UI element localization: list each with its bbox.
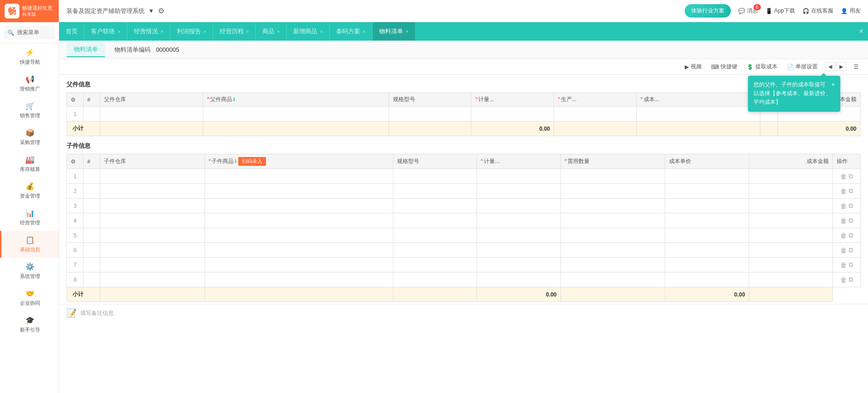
nav-tab-close-3[interactable]: × <box>204 29 206 34</box>
child-warehouse-5[interactable] <box>100 243 205 258</box>
trial-button[interactable]: 体验行业方案 <box>685 4 731 18</box>
delete-icon-5[interactable]: 🗑 <box>840 247 847 254</box>
sidebar-item-系统管理[interactable]: ⚙️ 系统管理 <box>0 258 59 284</box>
child-qty-7[interactable] <box>561 272 665 287</box>
nav-tab-8[interactable]: 物料清单× <box>373 22 416 41</box>
delete-icon-6[interactable]: 🗑 <box>840 261 847 269</box>
nav-tab-close-8[interactable]: × <box>406 29 409 34</box>
child-spec-5[interactable] <box>393 243 476 258</box>
nav-tab-1[interactable]: 客户联络× <box>84 22 127 41</box>
view-button[interactable]: ▶ 视频 <box>683 62 704 72</box>
child-spec-7[interactable] <box>393 272 476 287</box>
parent-cell-product-1[interactable] <box>203 107 389 121</box>
sidebar-item-库存核算[interactable]: 🏭 库存核算 <box>0 151 59 177</box>
child-unit-price-5[interactable] <box>665 243 749 258</box>
delete-icon-4[interactable]: 🗑 <box>840 232 847 239</box>
search-menu-button[interactable]: 🔍 搜索菜单 <box>4 26 55 39</box>
nav-tab-close-6[interactable]: × <box>320 29 323 34</box>
tab-material-list[interactable]: 物料清单 <box>66 42 105 57</box>
child-spec-2[interactable] <box>393 199 476 213</box>
dropdown-arrow[interactable]: ▼ <box>148 7 154 14</box>
child-qty-1[interactable] <box>561 184 665 199</box>
child-unit-2[interactable] <box>477 199 561 213</box>
child-spec-0[interactable] <box>393 169 476 184</box>
copy-icon-3[interactable]: ⧉ <box>849 217 853 224</box>
scan-button[interactable]: 扫码录入 <box>238 157 266 166</box>
sidebar-item-新手引导[interactable]: 🎓 新手引导 <box>0 311 59 338</box>
nav-tab-0[interactable]: 首页 <box>59 22 84 41</box>
child-unit-3[interactable] <box>477 213 561 228</box>
delete-icon-0[interactable]: 🗑 <box>840 173 847 180</box>
copy-icon-5[interactable]: ⧉ <box>849 246 853 254</box>
child-warehouse-2[interactable] <box>100 199 205 213</box>
copy-icon-1[interactable]: ⧉ <box>849 187 853 195</box>
sidebar-item-快捷导航[interactable]: ⚡ 快捷导航 <box>0 43 59 70</box>
tooltip-close-button[interactable]: × <box>832 80 835 89</box>
child-warehouse-3[interactable] <box>100 213 205 228</box>
child-product-4[interactable] <box>205 228 393 243</box>
child-spec-4[interactable] <box>393 228 476 243</box>
copy-icon-2[interactable]: ⧉ <box>849 202 853 210</box>
extract-cost-button[interactable]: 💲 提取成本 <box>745 62 779 72</box>
parent-cell-cost-1[interactable] <box>637 107 760 121</box>
list-view-button[interactable]: ☰ <box>852 63 861 71</box>
sidebar-item-企业协同[interactable]: 🤝 企业协同 <box>0 284 59 311</box>
delete-icon-7[interactable]: 🗑 <box>840 276 847 284</box>
child-product-1[interactable] <box>205 184 393 199</box>
sidebar-item-资金管理[interactable]: 💰 资金管理 <box>0 177 59 204</box>
sidebar-item-采购管理[interactable]: 📦 采购管理 <box>0 124 59 151</box>
sidebar-item-营销推广[interactable]: 📢 营销推广 <box>0 70 59 97</box>
parent-cell-unit-1[interactable] <box>471 107 554 121</box>
single-settings-button[interactable]: 📄 单据设置 <box>785 62 820 72</box>
child-product-5[interactable] <box>205 243 393 258</box>
child-unit-price-6[interactable] <box>665 258 749 272</box>
copy-icon-6[interactable]: ⧉ <box>849 261 853 269</box>
child-product-2[interactable] <box>205 199 393 213</box>
child-qty-4[interactable] <box>561 228 665 243</box>
th-settings-parent[interactable]: ⚙ <box>67 93 84 107</box>
child-qty-0[interactable] <box>561 169 665 184</box>
child-unit-price-4[interactable] <box>665 228 749 243</box>
th-settings-child[interactable]: ⚙ <box>67 154 84 169</box>
sidebar-item-经营管理[interactable]: 📊 经营管理 <box>0 204 59 231</box>
child-warehouse-6[interactable] <box>100 258 205 272</box>
child-unit-price-2[interactable] <box>665 199 749 213</box>
child-unit-1[interactable] <box>477 184 561 199</box>
sidebar-item-基础信息[interactable]: 📋 基础信息 <box>0 231 59 258</box>
child-qty-3[interactable] <box>561 213 665 228</box>
parent-cell-production-1[interactable] <box>554 107 637 121</box>
prev-arrow[interactable]: ◀ <box>825 62 835 71</box>
nav-tab-close-5[interactable]: × <box>277 29 280 34</box>
child-warehouse-1[interactable] <box>100 184 205 199</box>
app-download-button[interactable]: 📱 App下载 <box>766 7 795 15</box>
copy-icon-0[interactable]: ⧉ <box>849 172 853 180</box>
child-product-3[interactable] <box>205 213 393 228</box>
nav-tab-2[interactable]: 经营情况× <box>127 22 170 41</box>
nav-tab-close-4[interactable]: × <box>247 29 249 34</box>
nav-tab-3[interactable]: 利润报告× <box>170 22 213 41</box>
child-qty-6[interactable] <box>561 258 665 272</box>
nav-tab-close-1[interactable]: × <box>118 29 121 34</box>
child-unit-price-0[interactable] <box>665 169 749 184</box>
copy-icon-7[interactable]: ⧉ <box>849 276 853 284</box>
child-product-0[interactable] <box>205 169 393 184</box>
delete-icon-2[interactable]: 🗑 <box>840 202 847 210</box>
shortcut-button[interactable]: ⌨ 快捷键 <box>709 62 739 72</box>
child-unit-price-3[interactable] <box>665 213 749 228</box>
nav-tab-7[interactable]: 条码方案× <box>330 22 373 41</box>
child-product-6[interactable] <box>205 258 393 272</box>
user-button[interactable]: 👤 用友 <box>841 7 861 15</box>
copy-icon-4[interactable]: ⧉ <box>849 231 853 239</box>
child-warehouse-0[interactable] <box>100 169 205 184</box>
child-unit-price-7[interactable] <box>665 272 749 287</box>
message-button[interactable]: 💬 消息 6 <box>738 7 758 15</box>
nav-tab-5[interactable]: 商品× <box>256 22 287 41</box>
child-spec-6[interactable] <box>393 258 476 272</box>
sidebar-item-销售管理[interactable]: 🛒 销售管理 <box>0 97 59 124</box>
child-unit-5[interactable] <box>477 243 561 258</box>
child-unit-7[interactable] <box>477 272 561 287</box>
child-unit-4[interactable] <box>477 228 561 243</box>
settings-icon[interactable]: ⚙ <box>158 6 164 15</box>
nav-tab-close-2[interactable]: × <box>161 29 163 34</box>
next-arrow[interactable]: ▶ <box>836 62 846 71</box>
